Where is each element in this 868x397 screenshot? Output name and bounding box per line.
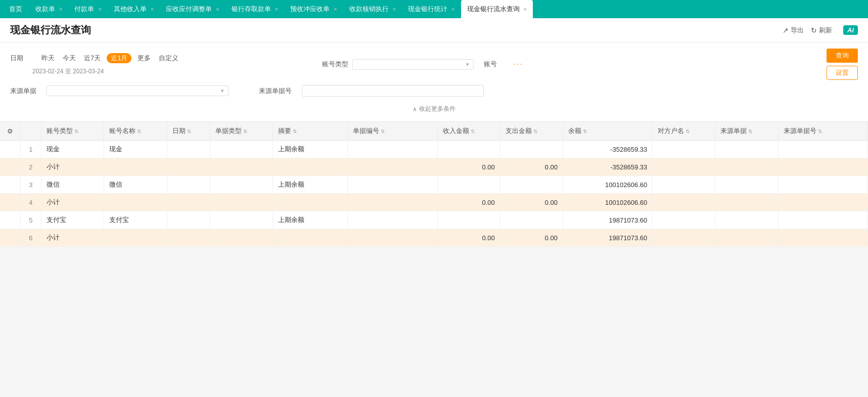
- page-header: 现金银行流水查询 ↗ 导出 ↻ 刷新 Ai: [0, 18, 868, 42]
- account-type-select[interactable]: ▾: [352, 59, 474, 70]
- row-doc-type: [210, 141, 273, 158]
- row-date: [167, 229, 210, 247]
- close-icon[interactable]: ×: [151, 0, 154, 18]
- nav-home[interactable]: 首页: [2, 0, 29, 18]
- sort-icon: ⇅: [293, 128, 297, 134]
- ai-badge[interactable]: Ai: [843, 25, 858, 35]
- export-button[interactable]: ↗ 导出: [783, 26, 804, 35]
- col-counterpart[interactable]: 对方户名⇅: [653, 122, 715, 141]
- row-date: [167, 176, 210, 194]
- refresh-icon: ↻: [811, 26, 817, 34]
- col-account-type[interactable]: 账号类型⇅: [41, 122, 104, 141]
- query-button[interactable]: 查询: [827, 49, 858, 63]
- source-doc-no-input[interactable]: [302, 85, 484, 97]
- row-source-doc-no: [778, 211, 867, 229]
- close-icon[interactable]: ×: [393, 0, 396, 18]
- col-account-name[interactable]: 账号名称⇅: [104, 122, 167, 141]
- row-gear: [0, 141, 20, 158]
- account-no-dots-button[interactable]: ···: [513, 60, 523, 69]
- nav-tab-other-income[interactable]: 其他收入单 ×: [108, 0, 160, 18]
- close-icon[interactable]: ×: [451, 0, 454, 18]
- col-source-doc[interactable]: 来源单据⇅: [715, 122, 778, 141]
- shortcut-today[interactable]: 今天: [61, 53, 78, 63]
- close-icon[interactable]: ×: [216, 0, 219, 18]
- close-icon[interactable]: ×: [98, 0, 101, 18]
- sort-icon: ⇅: [381, 128, 385, 134]
- col-expense[interactable]: 支出金额⇅: [500, 122, 563, 141]
- col-date[interactable]: 日期⇅: [167, 122, 210, 141]
- row-date: [167, 141, 210, 158]
- filter-area: 日期 昨天 今天 近7天 近1月 更多 自定义 2023-02-24 至 202…: [0, 42, 868, 122]
- row-expense: [500, 211, 563, 229]
- gear-icon[interactable]: ⚙: [7, 127, 13, 135]
- col-doc-no[interactable]: 单据编号⇅: [348, 122, 437, 141]
- nav-tab-adjust[interactable]: 应收应付调整单 ×: [160, 0, 225, 18]
- close-icon[interactable]: ×: [275, 0, 278, 18]
- nav-tab-fuk[interactable]: 付款单 ×: [68, 0, 107, 18]
- row-account-type: 小计: [41, 229, 104, 247]
- row-income: 0.00: [437, 194, 500, 211]
- row-income: [437, 141, 500, 158]
- nav-tab-bank-deposit[interactable]: 银行存取款单 ×: [225, 0, 284, 18]
- sort-icon: ⇅: [471, 128, 475, 134]
- row-balance: 100102606.60: [563, 176, 652, 194]
- export-icon: ↗: [783, 26, 789, 34]
- header-actions: ↗ 导出 ↻ 刷新 Ai: [783, 25, 858, 35]
- shortcut-custom[interactable]: 自定义: [157, 53, 180, 63]
- col-source-doc-no[interactable]: 来源单据号⇅: [778, 122, 867, 141]
- close-icon[interactable]: ×: [524, 0, 527, 18]
- row-seq: 3: [20, 176, 41, 194]
- col-income[interactable]: 收入金额⇅: [437, 122, 500, 141]
- row-seq: 2: [20, 158, 41, 176]
- refresh-button[interactable]: ↻ 刷新: [811, 26, 832, 35]
- col-summary[interactable]: 摘要⇅: [273, 122, 348, 141]
- nav-tab-verify[interactable]: 收款核销执行 ×: [343, 0, 402, 18]
- row-source-doc-no: [778, 229, 867, 247]
- row-account-type: 微信: [41, 176, 104, 194]
- row-balance: 100102606.60: [563, 194, 652, 211]
- sort-icon: ⇅: [818, 128, 822, 134]
- settings-button[interactable]: 设置: [827, 66, 858, 80]
- row-seq: 6: [20, 229, 41, 247]
- row-expense: 0.00: [500, 229, 563, 247]
- col-balance[interactable]: 余额⇅: [563, 122, 652, 141]
- nav-tab-stats[interactable]: 现金银行统计 ×: [402, 0, 461, 18]
- col-gear[interactable]: ⚙: [0, 122, 20, 141]
- row-account-type: 小计: [41, 194, 104, 211]
- row-counterpart: [653, 229, 715, 247]
- shortcut-yesterday[interactable]: 昨天: [39, 53, 57, 63]
- close-icon[interactable]: ×: [334, 0, 337, 18]
- sort-icon: ⇅: [686, 128, 690, 134]
- page-title: 现金银行流水查询: [10, 23, 91, 37]
- nav-tab-prepay[interactable]: 预收冲应收单 ×: [284, 0, 343, 18]
- row-doc-no: [348, 141, 437, 158]
- row-gear: [0, 176, 20, 194]
- row-counterpart: [653, 176, 715, 194]
- close-icon[interactable]: ×: [59, 0, 62, 18]
- table-header-row: ⚙ 账号类型⇅ 账号名称⇅ 日期⇅ 单据类型⇅ 摘要⇅: [0, 122, 868, 141]
- col-doc-type[interactable]: 单据类型⇅: [210, 122, 273, 141]
- row-expense: 0.00: [500, 194, 563, 211]
- account-type-label: 账号类型: [322, 60, 348, 69]
- row-source-doc-no: [778, 194, 867, 211]
- row-doc-no: [348, 211, 437, 229]
- date-shortcuts: 昨天 今天 近7天 近1月 更多 自定义: [39, 53, 180, 63]
- source-doc-select[interactable]: ▾: [47, 85, 229, 96]
- row-source-doc: [715, 141, 778, 158]
- nav-tab-shouks[interactable]: 收款单 ×: [29, 0, 68, 18]
- shortcut-7days[interactable]: 近7天: [82, 53, 103, 63]
- row-balance: -3528659.33: [563, 141, 652, 158]
- shortcut-more[interactable]: 更多: [135, 53, 153, 63]
- row-gear: [0, 194, 20, 211]
- row-expense: 0.00: [500, 158, 563, 176]
- row-balance: 19871073.60: [563, 211, 652, 229]
- row-account-name: 支付宝: [104, 211, 167, 229]
- source-doc-no-label: 来源单据号: [259, 86, 292, 96]
- nav-tab-cashflow[interactable]: 现金银行流水查询 ×: [461, 0, 533, 18]
- row-source-doc-no: [778, 158, 867, 176]
- shortcut-1month[interactable]: 近1月: [107, 53, 131, 63]
- row-seq: 4: [20, 194, 41, 211]
- top-navigation: 首页 收款单 × 付款单 × 其他收入单 × 应收应付调整单 × 银行存取款单 …: [0, 0, 868, 18]
- col-seq: [20, 122, 41, 141]
- collapse-bar[interactable]: ∧ 收起更多条件: [10, 102, 858, 115]
